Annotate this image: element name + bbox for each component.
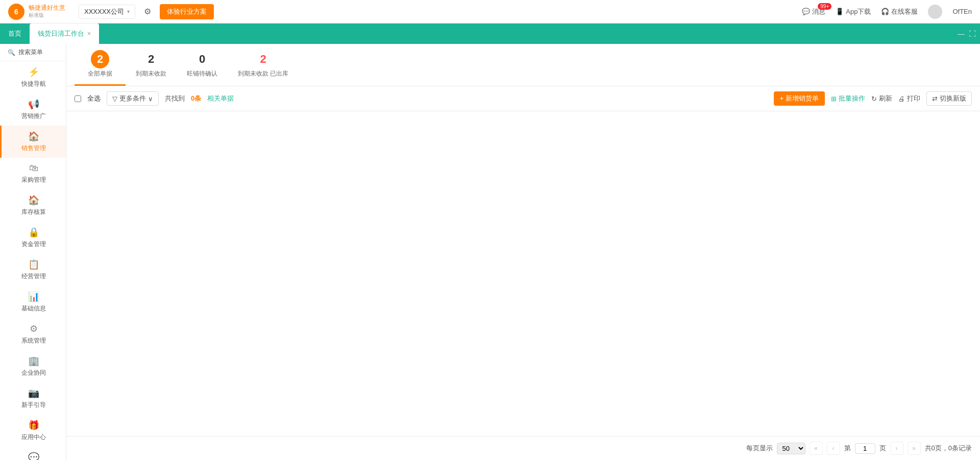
sidebar-item-system[interactable]: ⚙ 系统管理 [0, 318, 66, 350]
batch-operations-button[interactable]: ⊞ 批量操作 [831, 94, 865, 103]
stat-tab-pending[interactable]: 0 旺铺待确认 [177, 44, 228, 86]
per-page-select[interactable]: 50 10 20 100 [777, 443, 805, 454]
tab-work-label: 钱货日清工作台 [38, 29, 84, 38]
switch-version-button[interactable]: ⇄ 切换新版 [926, 91, 972, 106]
tab-expand-btns: — ⛶ [958, 30, 980, 38]
sidebar-item-enterprise[interactable]: 🏢 企业协同 [0, 350, 66, 382]
print-label: 打印 [907, 94, 920, 103]
sidebar-item-inventory[interactable]: 🏠 库存核算 [0, 189, 66, 222]
stat-count-all: 2 [91, 50, 109, 68]
found-prefix: 共找到 [165, 94, 185, 103]
avatar-name: OfTEn [952, 8, 972, 15]
sidebar-item-marketing[interactable]: 📢 营销推广 [0, 93, 66, 126]
guide-icon: 📷 [28, 388, 39, 399]
stat-count-pending: 0 [193, 50, 211, 68]
first-page-button[interactable]: « [810, 442, 823, 455]
print-button[interactable]: 🖨 打印 [898, 94, 920, 103]
stat-label-pending: 旺铺待确认 [187, 69, 217, 78]
prev-page-button[interactable]: ‹ [827, 442, 840, 455]
stat-label-overdue: 到期未收款 [136, 69, 166, 78]
enterprise-icon: 🏢 [28, 355, 39, 367]
filter-label: 更多条件 [119, 94, 146, 103]
company-name: XXXXXX公司 [84, 7, 124, 16]
found-count: 0条 [191, 94, 201, 103]
batch-label: 批量操作 [839, 94, 865, 103]
sidebar-item-label: 采购管理 [21, 176, 46, 184]
sidebar-item-finance[interactable]: 🔒 资金管理 [0, 222, 66, 254]
next-page-button[interactable]: › [890, 442, 903, 455]
current-page-input[interactable] [855, 443, 875, 454]
add-sales-button[interactable]: + 新增销货单 [774, 91, 825, 106]
sidebar-item-wechat[interactable]: 💬 企业微信 [0, 447, 66, 460]
filter-icon: ▽ [112, 95, 117, 103]
related-records-link[interactable]: 相关单据 [207, 94, 234, 103]
online-service-button[interactable]: 🎧 在线客服 [881, 7, 918, 16]
stat-tab-overdue[interactable]: 2 到期未收款 [126, 44, 177, 86]
app-download-button[interactable]: 📱 App下载 [836, 7, 871, 16]
app-version: 标准版 [29, 12, 65, 19]
tab-home-label: 首页 [8, 29, 21, 38]
header-right: 💬 消息 99+ 📱 App下载 🎧 在线客服 OfTEn [802, 5, 972, 19]
quick-nav-icon: ⚡ [28, 66, 39, 78]
sidebar-item-label: 新手引导 [21, 401, 46, 409]
trial-button[interactable]: 体验行业方案 [160, 4, 214, 19]
select-all-checkbox[interactable] [75, 95, 81, 102]
select-all-label: 全选 [87, 94, 101, 103]
sidebar-search[interactable]: 🔍 搜索菜单 [0, 44, 66, 61]
stat-tab-all[interactable]: 2 全部单据 [75, 44, 126, 86]
per-page-label: 每页显示 [746, 444, 773, 453]
refresh-label: 刷新 [879, 94, 892, 103]
tab-bar: 首页 钱货日清工作台 × — ⛶ [0, 23, 980, 44]
marketing-icon: 📢 [28, 99, 39, 110]
sidebar-item-label: 经营管理 [21, 272, 46, 281]
filter-button[interactable]: ▽ 更多条件 ∨ [107, 91, 159, 106]
finance-icon: 🔒 [28, 227, 39, 238]
tab-minimize-icon[interactable]: — [958, 30, 965, 38]
pagination-bar: 每页显示 50 10 20 100 « ‹ 第 页 › » 共0页，0条记录 [66, 436, 980, 460]
main-layout: 🔍 搜索菜单 ⚡ 快捷导航 📢 营销推广 🏠 销售管理 🛍 采购管理 🏠 库存核… [0, 44, 980, 460]
sidebar-item-label: 企业协同 [21, 369, 46, 377]
print-icon: 🖨 [898, 95, 905, 103]
refresh-button[interactable]: ↻ 刷新 [871, 94, 892, 103]
sidebar-item-basic-info[interactable]: 📊 基础信息 [0, 286, 66, 318]
sidebar-item-purchase[interactable]: 🛍 采购管理 [0, 158, 66, 189]
system-icon: ⚙ [30, 323, 38, 334]
sidebar-item-label: 销售管理 [21, 144, 46, 153]
app-center-icon: 🎁 [28, 420, 39, 431]
chevron-filter-icon: ∨ [148, 95, 153, 103]
purchase-icon: 🛍 [29, 163, 38, 174]
tab-maximize-icon[interactable]: ⛶ [969, 30, 976, 38]
stat-count-unship: 2 [254, 50, 273, 68]
stat-count-overdue: 2 [142, 50, 160, 68]
toolbar: 全选 ▽ 更多条件 ∨ 共找到 0条 相关单据 + 新增销货单 ⊞ 批量操作 ↻… [66, 86, 980, 111]
sidebar-item-label: 快捷导航 [21, 80, 46, 88]
avatar[interactable] [928, 5, 942, 19]
tab-close-icon[interactable]: × [87, 30, 91, 37]
tab-work[interactable]: 钱货日清工作台 × [30, 23, 99, 44]
sidebar-item-app-center[interactable]: 🎁 应用中心 [0, 415, 66, 447]
company-selector[interactable]: XXXXXX公司 ▾ [79, 5, 135, 19]
sidebar-item-label: 库存核算 [21, 208, 46, 216]
settings-button[interactable]: ⚙ [139, 4, 156, 20]
sidebar-item-label: 营销推广 [21, 112, 46, 120]
inventory-icon: 🏠 [28, 195, 39, 206]
message-badge: 99+ [818, 3, 831, 10]
tab-home[interactable]: 首页 [0, 23, 30, 44]
switch-label: 切换新版 [940, 94, 966, 103]
message-button[interactable]: 💬 消息 99+ [802, 7, 825, 16]
stat-tab-unship[interactable]: 2 到期未收款 已出库 [228, 44, 299, 86]
sidebar-item-guide[interactable]: 📷 新手引导 [0, 382, 66, 415]
basic-info-icon: 📊 [28, 291, 39, 302]
sidebar-item-label: 基础信息 [21, 304, 46, 313]
sidebar-item-quick-nav[interactable]: ⚡ 快捷导航 [0, 61, 66, 93]
toolbar-right: + 新增销货单 ⊞ 批量操作 ↻ 刷新 🖨 打印 ⇄ 切换新版 [774, 91, 972, 106]
chevron-down-icon: ▾ [127, 9, 130, 14]
page-suffix: 页 [879, 444, 886, 453]
top-header: 6 畅捷通好生意 标准版 XXXXXX公司 ▾ ⚙ 体验行业方案 💬 消息 99… [0, 0, 980, 23]
last-page-button[interactable]: » [908, 442, 921, 455]
sidebar-item-sales[interactable]: 🏠 销售管理 [0, 126, 66, 158]
message-icon: 💬 [802, 8, 810, 15]
app-name: 畅捷通好生意 [29, 4, 65, 12]
operation-icon: 📋 [28, 259, 39, 270]
sidebar-item-operation[interactable]: 📋 经营管理 [0, 254, 66, 286]
